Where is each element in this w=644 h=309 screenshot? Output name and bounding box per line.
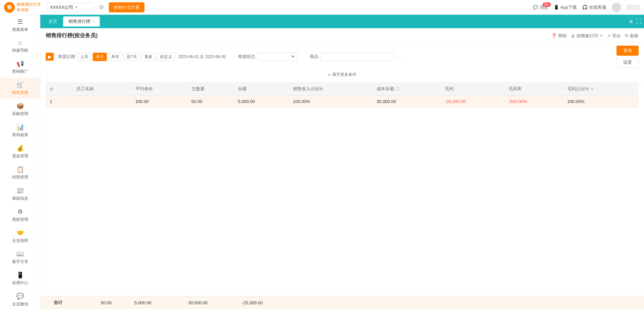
settings-btn[interactable]: 设置 <box>616 57 639 68</box>
page-content: 销售排行榜(按业务员) ❓ 帮助 🖨 按模板打印 ▼ ↗ <box>40 28 644 309</box>
system-icon: ⚙ <box>17 208 23 215</box>
home-icon: ⌂ <box>18 39 22 46</box>
sidebar-item-basic[interactable]: 📰 基础信息 <box>0 184 40 205</box>
cell-total: 5,000.00 <box>234 96 289 108</box>
industry-btn[interactable]: 体验行业方案 <box>109 2 144 12</box>
logo-text: 畅康通好生意 标准版 <box>17 2 41 12</box>
sidebar-item-collab[interactable]: 🤝 企业协同 <box>0 226 40 247</box>
col-settings: ⚙ <box>46 83 72 96</box>
status-label: 单据状态 <box>238 54 255 60</box>
filter-goods: 商品 ... <box>310 53 402 61</box>
cell-index: 1 <box>46 96 72 108</box>
date-label: 单据日期 <box>58 54 75 60</box>
cell-gross: -25,000.00 <box>441 96 504 108</box>
sidebar-item-wechat[interactable]: 💬 企业微信 <box>0 289 40 309</box>
mobile-icon: 📱 <box>554 5 559 10</box>
cell-gross-pct: 100.00% <box>563 96 639 108</box>
date-btn-current-year[interactable]: 本年 <box>108 53 122 61</box>
content-area: 首页 销售排行榜 × ✕ ⛶ 销售排行榜(按业务员) ❓ <box>40 15 644 309</box>
filter-expand-row: ∨ 展开更多条件 <box>46 68 639 79</box>
message-icon: 💬 <box>533 5 538 10</box>
settings-icon[interactable]: ⚙ <box>97 3 106 12</box>
footer-label: 合计 <box>50 300 97 306</box>
col-total: 全额 <box>234 83 289 96</box>
app-download-btn[interactable]: 📱 App下载 <box>554 4 577 10</box>
col-name: 员工名称 <box>72 83 131 96</box>
goods-input[interactable] <box>320 53 394 61</box>
filter-arrow-btn[interactable]: ▶ <box>46 53 54 61</box>
table-row: 1 100.00 50.00 5,000.00 100.00% 30,000.0… <box>46 96 639 108</box>
filter-row-1: ▶ 单据日期 上月 本月 本年 近7天 更多 自定义 <box>46 46 639 68</box>
sidebar-item-operations[interactable]: 📋 经营管理 <box>0 162 40 184</box>
topbar: 畅 畅康通好生意 标准版 XXXXX公司 ▼ ⚙ 体验行业方案 💬 消息 99+… <box>0 0 644 15</box>
date-btn-more[interactable]: 更多 <box>141 53 156 61</box>
filter-status: 单据状态 <box>238 53 298 61</box>
fullscreen-icon[interactable]: ⛶ <box>636 18 641 24</box>
inner-page: 销售排行榜(按业务员) ❓ 帮助 🖨 按模板打印 ▼ ↗ <box>40 28 644 309</box>
page-title: 销售排行榜(按业务员) <box>46 32 98 39</box>
search-menu-icon: ☰ <box>17 18 23 25</box>
cost-info-icon[interactable]: ⓘ <box>396 87 400 91</box>
operations-icon: 📋 <box>16 166 24 173</box>
wechat-icon: 💬 <box>16 293 24 300</box>
sidebar-item-nav[interactable]: ⌂ 快捷导航 <box>0 36 40 57</box>
guide-icon: 📖 <box>16 250 24 258</box>
query-btn[interactable]: 查询 <box>616 46 639 56</box>
message-btn[interactable]: 💬 消息 99+ <box>533 4 548 10</box>
tab-sales-rank[interactable]: 销售排行榜 × <box>63 16 100 27</box>
print-chevron-icon: ▼ <box>600 34 603 38</box>
sidebar-item-marketing[interactable]: 📢 营销推广 <box>0 57 40 78</box>
close-tab-icon[interactable]: × <box>92 20 94 23</box>
table-footer: 合计 50.00 5,000.00 30,000.00 -25,000.00 <box>40 296 644 309</box>
sidebar-item-sales[interactable]: 🛒 销售管理 <box>0 78 40 99</box>
help-icon: ❓ <box>551 33 557 38</box>
help-btn[interactable]: ❓ 帮助 <box>551 33 567 39</box>
cell-gross-rate: -500.00% <box>505 96 563 108</box>
message-badge: 99+ <box>543 2 551 7</box>
cell-name <box>72 96 131 108</box>
gross-pct-sort-icon[interactable]: ⇅ <box>591 87 594 91</box>
close-window-icon[interactable]: ✕ <box>629 18 633 25</box>
sidebar-item-search[interactable]: ☰ 搜索菜单 <box>0 15 40 36</box>
refresh-btn[interactable]: ↻ 刷新 <box>625 33 639 39</box>
sidebar-item-apps[interactable]: 📱 应用中心 <box>0 268 40 289</box>
sidebar-item-system[interactable]: ⚙ 系统管理 <box>0 205 40 226</box>
goods-more-icon[interactable]: ... <box>398 54 402 59</box>
status-select[interactable] <box>257 53 298 61</box>
footer-total: 5,000.00 <box>130 300 184 305</box>
footer-cost: 30,000.00 <box>184 300 238 305</box>
date-btn-prev-month[interactable]: 上月 <box>77 53 91 61</box>
filter-date: 单据日期 上月 本月 本年 近7天 更多 自定义 2023-06-01 至 20… <box>58 53 226 61</box>
chevron-down-icon: ▼ <box>75 5 78 9</box>
tab-home[interactable]: 首页 <box>43 16 62 27</box>
sidebar-item-guide[interactable]: 📖 新手引导 <box>0 247 40 268</box>
online-service-btn[interactable]: 🎧 在线客服 <box>582 4 606 10</box>
sales-icon: 🛒 <box>16 81 24 89</box>
sidebar-item-purchase[interactable]: 📦 采购管理 <box>0 99 40 120</box>
date-btn-current-month[interactable]: 本月 <box>93 53 107 61</box>
date-btn-custom[interactable]: 自定义 <box>157 53 175 61</box>
date-range-btns: 上月 本月 本年 近7天 更多 自定义 <box>77 53 175 61</box>
company-selector[interactable]: XXXXX公司 ▼ <box>47 3 94 12</box>
col-gross-rate: 毛利率 <box>505 83 563 96</box>
date-btn-7days[interactable]: 近7天 <box>124 53 140 61</box>
sidebar-item-finance[interactable]: 💰 资金管理 <box>0 141 40 162</box>
topbar-right: 💬 消息 99+ 📱 App下载 🎧 在线客服 <box>533 3 640 12</box>
cell-quantity: 50.00 <box>187 96 234 108</box>
export-icon: ↗ <box>607 33 611 38</box>
col-sales-pct: 销售收入占比% <box>289 83 373 96</box>
sidebar-item-stock[interactable]: 📊 库存核算 <box>0 120 40 141</box>
col-settings-icon[interactable]: ⚙ <box>50 87 54 92</box>
main-layout: ☰ 搜索菜单 ⌂ 快捷导航 📢 营销推广 🛒 销售管理 📦 采购管理 📊 库存核… <box>0 15 644 309</box>
expand-btn[interactable]: ∨ 展开更多条件 <box>328 72 356 78</box>
col-avg-price: 平均单价 <box>131 83 187 96</box>
export-btn[interactable]: ↗ 导出 <box>607 33 621 39</box>
data-table: ⚙ 员工名称 平均单价 主数量 全额 销售收入占比% 成本全额 ⓘ <box>46 83 639 108</box>
print-icon: 🖨 <box>571 33 575 38</box>
username[interactable] <box>627 5 640 10</box>
template-print-btn[interactable]: 🖨 按模板打印 ▼ <box>571 33 603 39</box>
avatar[interactable] <box>612 3 621 12</box>
tab-bar: 首页 销售排行榜 × ✕ ⛶ <box>40 15 644 28</box>
basic-icon: 📰 <box>16 187 24 194</box>
col-gross: 毛利 <box>441 83 504 96</box>
